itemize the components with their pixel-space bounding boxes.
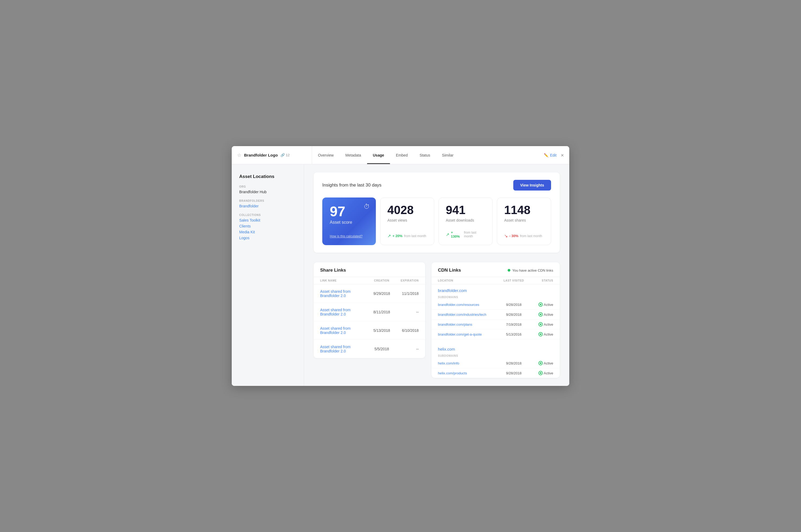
sidebar-collection-sales-toolkit[interactable]: Sales Toolkit	[239, 218, 296, 222]
cdn-active-text: You have active CDN links	[512, 268, 553, 272]
sidebar-collection-media-kit[interactable]: Media Kit	[239, 230, 296, 234]
share-creation-2: 5/13/2018	[369, 328, 394, 332]
org-name: Brandfolder Hub	[239, 190, 296, 194]
cdn-subdomain-label-1: SUBDOMAINS	[432, 353, 560, 358]
asset-title-area: ☆ Brandfolder Logo 🔗 12	[237, 146, 312, 164]
cdn-sub-location-1-0[interactable]: helix.com/info	[438, 361, 498, 365]
sidebar-collection-logos[interactable]: Logos	[239, 236, 296, 240]
cdn-sub-visited-1-1: 9/28/2018	[498, 371, 529, 375]
stat-label-shares: Asset shares	[504, 218, 544, 222]
brandfolders-label: BRANDFOLDERS	[239, 200, 296, 202]
cdn-status-indicator-1-1: Active	[539, 371, 553, 375]
cdn-status-indicator-0-1: Active	[539, 312, 553, 317]
share-creation-0: 9/29/2018	[369, 291, 394, 296]
share-link-name-2[interactable]: Asset shared from Brandfolder 2.0	[320, 326, 369, 335]
cdn-sub-status-1-0: Active	[529, 361, 553, 365]
cdn-subdomain-label-0: SUBDOMAINS	[432, 294, 560, 300]
score-card: 97 ⏱ Asset score How is this calculated?	[322, 197, 376, 245]
stats-row: 97 ⏱ Asset score How is this calculated?…	[322, 197, 551, 245]
share-expiration-3: --	[394, 347, 419, 351]
sidebar-title: Asset Locations	[239, 174, 296, 179]
stat-number-views: 4028	[387, 204, 427, 216]
tab-embed[interactable]: Embed	[390, 146, 414, 164]
cdn-sub-visited-0-1: 9/28/2018	[498, 312, 529, 317]
share-links-table-header: LINK NAME CREATION EXPIRATION	[314, 277, 425, 284]
stat-change-period-shares: from last month	[520, 234, 542, 238]
share-expiration-2: 6/10/2018	[394, 328, 419, 332]
cdn-sub-visited-0-2: 7/19/2018	[498, 322, 529, 326]
table-row: Asset shared from Brandfolder 2.0 9/29/2…	[314, 284, 425, 303]
cdn-col-header-status: STATUS	[529, 279, 553, 282]
cdn-sub-location-0-3[interactable]: brandfolder.com/get-a-quote	[438, 332, 498, 336]
table-row: Asset shared from Brandfolder 2.0 5/5/20…	[314, 340, 425, 358]
stat-label-views: Asset views	[387, 218, 427, 222]
cdn-active-badge: You have active CDN links	[508, 268, 553, 272]
cdn-domain-row-1: helix.com	[432, 343, 560, 353]
cdn-status-ring-0-2	[539, 322, 543, 326]
cdn-sub-visited-0-0: 9/28/2018	[498, 303, 529, 307]
cdn-status-ring-0-1	[539, 312, 543, 317]
cdn-active-dot	[508, 269, 510, 272]
share-links-title: Share Links	[320, 268, 346, 273]
cdn-sub-status-0-1: Active	[529, 312, 553, 317]
table-row: Asset shared from Brandfolder 2.0 5/13/2…	[314, 321, 425, 340]
cdn-status-ring-1-1	[539, 371, 543, 375]
bottom-row: Share Links LINK NAME CREATION EXPIRATIO…	[314, 262, 560, 378]
close-button[interactable]: ×	[561, 153, 564, 158]
speedometer-icon: ⏱	[364, 203, 370, 210]
cdn-sub-location-0-0[interactable]: brandfolder.com/resources	[438, 303, 498, 307]
share-link-name-0[interactable]: Asset shared from Brandfolder 2.0	[320, 289, 369, 298]
cdn-links-header: CDN Links You have active CDN links	[432, 262, 560, 277]
main-content: Insights from the last 30 days View Insi…	[304, 164, 569, 386]
star-icon[interactable]: ☆	[237, 152, 241, 158]
share-creation-1: 8/11/2018	[369, 310, 394, 314]
cdn-domain-row-0: brandfolder.com	[432, 284, 560, 294]
modal-header: ☆ Brandfolder Logo 🔗 12 Overview Metadat…	[232, 146, 569, 164]
stat-change-period-views: from last month	[404, 234, 426, 238]
stat-card-shares: 1148 Asset shares ↘ - 30% from last mont…	[497, 197, 551, 245]
view-insights-button[interactable]: View Insights	[513, 180, 551, 191]
share-links-header: Share Links	[314, 262, 425, 277]
sidebar: Asset Locations ORG Brandfolder Hub BRAN…	[232, 164, 304, 386]
tab-overview[interactable]: Overview	[312, 146, 340, 164]
score-number: 97	[330, 205, 368, 218]
sidebar-brandfolder-link[interactable]: Brandfolder	[239, 204, 296, 208]
share-creation-3: 5/5/2018	[369, 347, 394, 351]
cdn-subdomain-row-1-0: helix.com/info 9/28/2018 Active	[432, 358, 560, 368]
tab-similar[interactable]: Similar	[436, 146, 459, 164]
score-top: 97 ⏱ Asset score	[330, 205, 368, 225]
cdn-subdomain-row-0-0: brandfolder.com/resources 9/28/2018 Acti…	[432, 300, 560, 310]
tab-usage[interactable]: Usage	[367, 146, 390, 164]
stat-number-shares: 1148	[504, 204, 544, 216]
cdn-subdomain-row-0-2: brandfolder.com/plans 7/19/2018 Active	[432, 320, 560, 329]
stat-label-downloads: Asset downloads	[446, 218, 486, 222]
edit-button[interactable]: ✏️ Edit	[544, 153, 557, 157]
score-calc-link[interactable]: How is this calculated?	[330, 234, 368, 238]
modal-container: ☆ Brandfolder Logo 🔗 12 Overview Metadat…	[232, 146, 569, 386]
cdn-sub-location-1-1[interactable]: helix.com/products	[438, 371, 498, 375]
col-header-expiration: EXPIRATION	[394, 279, 419, 282]
stat-change-downloads: ↗ + 130% from last month	[446, 230, 486, 239]
sidebar-collection-clients[interactable]: Clients	[239, 224, 296, 228]
share-link-name-3[interactable]: Asset shared from Brandfolder 2.0	[320, 345, 369, 353]
cdn-sub-location-0-2[interactable]: brandfolder.com/plans	[438, 322, 498, 326]
share-expiration-1: --	[394, 310, 419, 314]
cdn-status-ring-0-3	[539, 332, 543, 336]
col-header-link-name: LINK NAME	[320, 279, 369, 282]
cdn-domain-link-0[interactable]: brandfolder.com	[438, 288, 467, 293]
modal-body: Asset Locations ORG Brandfolder Hub BRAN…	[232, 164, 569, 386]
arrow-up-icon-downloads: ↗	[446, 232, 449, 237]
cdn-sub-visited-0-3: 5/13/2016	[498, 332, 529, 336]
tab-status[interactable]: Status	[414, 146, 436, 164]
cdn-subdomain-row-0-3: brandfolder.com/get-a-quote 5/13/2016 Ac…	[432, 329, 560, 339]
share-link-name-1[interactable]: Asset shared from Brandfolder 2.0	[320, 308, 369, 316]
stat-change-value-views: + 20%	[393, 234, 402, 238]
cdn-domain-link-1[interactable]: helix.com	[438, 347, 455, 352]
tab-metadata[interactable]: Metadata	[340, 146, 367, 164]
edit-label: Edit	[550, 153, 557, 157]
cdn-links-section: CDN Links You have active CDN links LOCA…	[432, 262, 560, 378]
stat-change-views: ↗ + 20% from last month	[387, 233, 427, 239]
share-expiration-0: 11/1/2018	[394, 291, 419, 296]
cdn-sub-status-0-2: Active	[529, 322, 553, 326]
cdn-sub-location-0-1[interactable]: brandfolder.com/industries/tech	[438, 312, 498, 317]
